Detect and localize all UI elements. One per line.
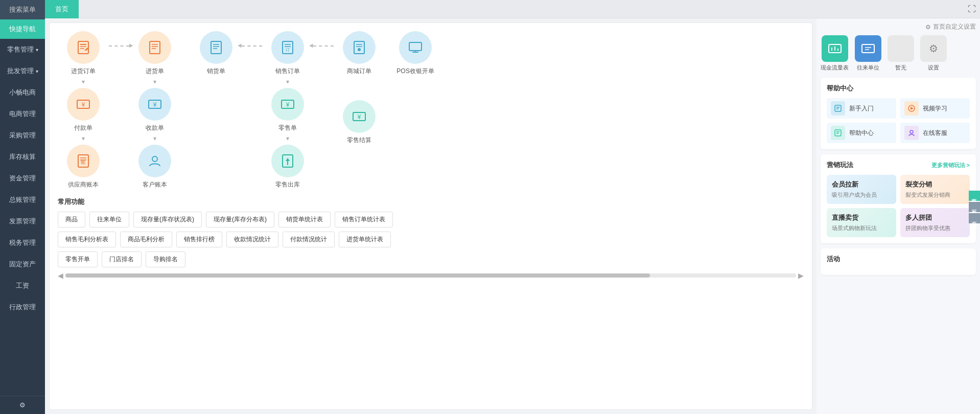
float-btn-desktop[interactable]: 桌面快捷 [969,213,980,223]
float-btn-service[interactable]: 客服热线 [969,191,980,201]
marketing-card: 营销玩法 更多营销玩法 > 会员拉新 吸引用户成为会员 裂变分销 裂变式发展分销… [821,154,976,243]
svg-text:¥: ¥ [153,101,157,108]
svg-marker-49 [911,107,914,110]
scroll-right-btn[interactable]: ▶ [798,271,804,280]
node-receipt[interactable]: ¥ 收款单 [129,88,180,132]
node-purchase-order[interactable]: 进货订单 [58,31,109,76]
marketing-item-member[interactable]: 会员拉新 吸引用户成为会员 [827,175,896,204]
sidebar-item-finance[interactable]: 资金管理 [0,168,45,189]
help-item-video[interactable]: 视频学习 [900,98,970,119]
maximize-btn[interactable]: ⛶ [968,5,976,14]
sidebar-item-ecom-mgmt[interactable]: 电商管理 [0,103,45,125]
sidebar-item-ledger[interactable]: 总账管理 [0,189,45,211]
help-grid: 新手入门 视频学习 帮助中心 [827,98,970,143]
svg-rect-0 [78,41,88,54]
func-btn-purchase-stat[interactable]: 进货单统计表 [339,232,391,247]
help-item-service[interactable]: 在线客服 [900,123,970,143]
node-purchase-bill[interactable]: 进货单 [129,31,180,76]
func-btn-gross1[interactable]: 销售毛利分析表 [58,232,116,247]
node-sales-bill[interactable]: 销货单 [191,31,242,76]
sidebar-item-inventory[interactable]: 库存核算 [0,146,45,168]
down-arrow-3: ▾ [153,76,156,88]
marketing-item-live[interactable]: 直播卖货 场景式购物新玩法 [827,208,896,237]
search-menu-btn[interactable]: 搜索菜单 [0,0,45,19]
sidebar-item-salary[interactable]: 工资 [0,275,45,296]
node-retail-order[interactable]: ¥ 零售单 [262,88,313,132]
float-btn-community[interactable]: 服务社区 [969,202,980,212]
svg-rect-45 [835,105,841,111]
node-retail-settlement[interactable]: ¥ 零售结算 [334,100,385,145]
col-pos: POS收银开单 [390,31,441,76]
col-sales-order: 订 销售订单 ▾ ¥ 零售单 ▾ [262,31,313,189]
col-purchase: 进货订单 ▾ ¥ 付款单 ▾ 账 [58,31,109,189]
func-row-1: 商品 往来单位 现存量(库存状况表) 现存量(库存分布表) 销货单统计表 销售订… [58,212,804,227]
func-btn-sales-order-stat[interactable]: 销售订单统计表 [335,212,393,227]
quick-icon-none[interactable]: 暂无 [888,35,914,72]
func-btn-receipt-stat[interactable]: 收款情况统计 [226,232,278,247]
right-panel: ⚙ 首页自定义设置 现金流量表 往来单位 [816,18,980,414]
sidebar-item-tax[interactable]: 税务管理 [0,232,45,254]
flow-diagram: 进货订单 ▾ ¥ 付款单 ▾ 账 [58,31,804,189]
settings-icon: ⚙ [929,42,938,55]
svg-point-16 [152,156,157,162]
arrow-icon: ▾ [36,68,38,74]
help-item-help-center[interactable]: 帮助中心 [827,123,896,143]
func-btn-goods[interactable]: 商品 [58,212,85,227]
scroll-left-btn[interactable]: ◀ [58,271,63,280]
svg-rect-29 [354,41,364,54]
func-btn-stock1[interactable]: 现存量(库存状况表) [133,212,202,227]
col-purchase-bill: 进货单 ▾ ¥ 收款单 ▾ [129,31,180,189]
svg-point-32 [358,48,361,51]
scroll-track[interactable] [65,273,796,278]
node-customer-account[interactable]: 客户账本 [129,145,180,189]
gear-icon: ⚙ [925,24,931,31]
svg-rect-17 [211,41,221,54]
quick-icon-settings[interactable]: ⚙ 设置 [920,35,947,72]
help-item-beginner[interactable]: 新手入门 [827,98,896,119]
node-sales-order[interactable]: 订 销售订单 [262,31,313,76]
func-btn-partners[interactable]: 往来单位 [89,212,129,227]
help-center-title: 帮助中心 [827,84,970,93]
node-supplier-account[interactable]: 账 供应商账本 [58,145,109,189]
marketing-item-group[interactable]: 多人拼团 拼团购物享受优惠 [900,208,970,237]
svg-text:订: 订 [286,48,290,52]
svg-rect-35 [409,42,422,51]
quick-nav-btn[interactable]: 快捷导航 [0,19,45,39]
common-functions-title: 常用功能 [58,197,804,206]
tab-home[interactable]: 首页 [45,0,79,18]
sidebar-item-retail[interactable]: 零售管理 ▾ [0,39,45,60]
func-btn-rank[interactable]: 销售排行榜 [176,232,222,247]
node-pos[interactable]: POS收银开单 [390,31,441,76]
sidebar: 搜索菜单 快捷导航 零售管理 ▾ 批发管理 ▾ 小畅电商 电商管理 采购管理 库… [0,0,45,414]
sidebar-item-invoice[interactable]: 发票管理 [0,211,45,232]
func-btn-stock2[interactable]: 现存量(库存分布表) [206,212,274,227]
sidebar-item-assets[interactable]: 固定资产 [0,254,45,275]
sidebar-item-ecommerce[interactable]: 小畅电商 [0,82,45,103]
more-marketing-btn[interactable]: 更多营销玩法 > [931,162,970,169]
func-btn-gross2[interactable]: 商品毛利分析 [120,232,172,247]
func-btn-sales-stat[interactable]: 销货单统计表 [278,212,331,227]
svg-text:¥: ¥ [357,113,361,121]
quick-icon-partners[interactable]: 往来单位 [855,35,881,72]
down-arrow-4: ▾ [153,132,156,145]
func-btn-guide-rank[interactable]: 导购排名 [146,251,185,267]
sidebar-item-purchase[interactable]: 采购管理 [0,125,45,146]
col-mall-order: 商城订单 ¥ 零售结算 [334,31,385,145]
marketing-item-fission[interactable]: 裂变分销 裂变式发展分销商 [900,175,970,204]
func-btn-payment-stat[interactable]: 付款情况统计 [283,232,335,247]
quick-icon-cashflow[interactable]: 现金流量表 [821,35,849,72]
func-btn-retail-order[interactable]: 零售开单 [58,251,98,267]
func-row-2: 销售毛利分析表 商品毛利分析 销售排行榜 收款情况统计 付款情况统计 进货单统计… [58,232,804,247]
func-btn-store-rank[interactable]: 门店排名 [102,251,142,267]
homepage-settings-btn[interactable]: ⚙ 首页自定义设置 [821,22,976,31]
sidebar-settings-btn[interactable]: ⚙ [0,396,45,414]
sidebar-item-admin[interactable]: 行政管理 [0,296,45,318]
node-payment[interactable]: ¥ 付款单 [58,88,109,132]
down-arrow-1: ▾ [82,76,85,88]
tab-bar: 首页 ⛶ [45,0,980,18]
node-mall-order[interactable]: 商城订单 [334,31,385,76]
svg-rect-36 [412,52,418,53]
sidebar-item-wholesale[interactable]: 批发管理 ▾ [0,60,45,82]
svg-rect-42 [862,44,874,53]
node-retail-stock-out[interactable]: 零售出库 [262,145,313,189]
